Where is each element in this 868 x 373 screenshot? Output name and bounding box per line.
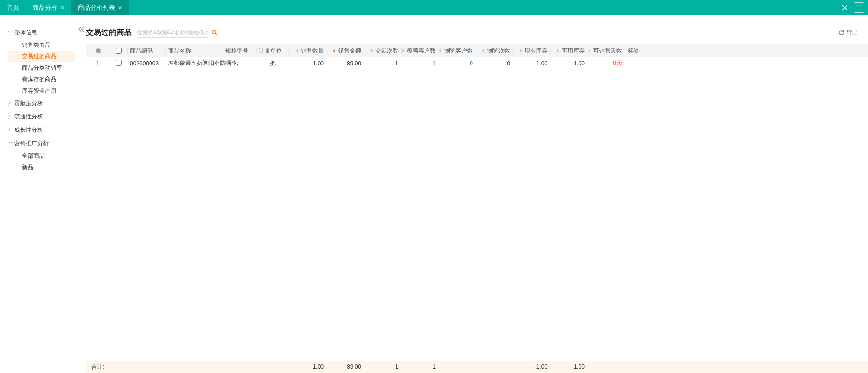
export-label: 导出 (847, 29, 858, 37)
sort-icon: ▲▼ (556, 49, 560, 53)
cell-tags (625, 57, 868, 70)
sort-icon: ▲▼ (401, 49, 405, 53)
col-sales-amount-label: 销售金额 (338, 47, 361, 55)
close-all-tabs-button[interactable] (839, 2, 850, 13)
tab-product-analysis-label: 商品分析 (32, 3, 57, 12)
col-spec[interactable]: 规格型号 (223, 44, 256, 57)
tab-product-analysis-list[interactable]: 商品分析列表 ✕ (71, 0, 129, 15)
search-icon (211, 29, 218, 36)
col-cover-customers-label: 覆盖客户数 (407, 47, 436, 55)
cell-browse-customers[interactable]: 0 (439, 57, 476, 70)
select-all-checkbox[interactable] (116, 48, 122, 54)
sidebar-item-label: 全部商品 (22, 152, 45, 160)
summary-sales-qty: 1.00 (289, 363, 327, 370)
col-cover-customers[interactable]: ▲▼覆盖客户数 (401, 44, 439, 57)
sidebar-item-label: 交易过的商品 (22, 53, 56, 61)
col-code[interactable]: 商品编码 (127, 44, 165, 57)
sidebar-item-stock-capital[interactable]: 库存资金占用 (8, 85, 75, 96)
tab-home[interactable]: 首页 (0, 0, 26, 15)
sidebar-item-in-stock-products[interactable]: 有库存的商品 (8, 74, 75, 85)
sidebar: ﹀ 整体信息 销售类商品 交易过的商品 商品分类动销率 有库存的商品 库存资金占… (5, 26, 76, 373)
chevron-right-icon: 〉 (8, 113, 12, 121)
col-sellable-days-label: 可销售天数 (593, 47, 622, 55)
col-sales-qty[interactable]: ▲▼销售数量 (289, 44, 327, 57)
col-tags-label: 标签 (628, 47, 639, 55)
row-checkbox[interactable] (116, 60, 122, 66)
content-header: 交易过的商品 导出 (86, 26, 868, 39)
col-stock-avail-label: 可用库存 (562, 47, 585, 55)
cell-stock-now: -1.00 (513, 57, 550, 70)
tab-product-analysis[interactable]: 商品分析 ✕ (26, 0, 71, 15)
cell-unit: 把 (256, 57, 289, 70)
sidebar-item-traded-products[interactable]: 交易过的商品 (8, 51, 75, 62)
sidebar-group-contribution[interactable]: 〉 贡献度分析 (8, 96, 76, 110)
sidebar-group-contribution-label: 贡献度分析 (14, 99, 43, 107)
close-icon[interactable]: ✕ (118, 5, 122, 11)
sidebar-group-marketing-label: 营销推广分析 (14, 139, 49, 148)
col-code-label: 商品编码 (130, 47, 153, 55)
search-button[interactable] (209, 29, 220, 36)
sort-icon: ▲▼ (332, 49, 336, 53)
table-header-row: 商品编码 商品名称 规格型号 计量单位 ▲▼销售数量 ▲▼销售金额 ▲▼交易次数… (86, 44, 868, 57)
col-gear[interactable] (86, 44, 110, 57)
summary-trade-count: 1 (364, 363, 401, 370)
summary-sales-amount: 89.00 (327, 363, 364, 370)
sidebar-item-label: 有库存的商品 (22, 75, 56, 84)
cell-cover-customers: 1 (401, 57, 439, 70)
close-icon[interactable]: ✕ (60, 5, 64, 11)
col-browse-customers-label: 浏览客户数 (444, 47, 473, 55)
svg-point-0 (212, 30, 216, 34)
summary-row: 合计: 1.00 89.00 1 1 -1.00 -1.00 (86, 361, 868, 373)
top-right-controls (839, 0, 868, 15)
col-spec-label: 规格型号 (225, 47, 248, 55)
gear-icon (95, 47, 101, 54)
sort-icon: ▲▼ (295, 49, 299, 53)
col-browse-count[interactable]: ▲▼浏览次数 (476, 44, 513, 57)
sidebar-collapse-handle[interactable] (76, 26, 86, 373)
sidebar-item-new-products[interactable]: 新品 (8, 161, 75, 173)
table-row[interactable]: 1 002600003 左都胶囊五折遮阳伞防晒伞; 把 1.00 89.00 1… (86, 57, 868, 70)
search-input[interactable] (137, 27, 208, 38)
col-stock-now-label: 现有库存 (525, 47, 547, 55)
col-trade-count[interactable]: ▲▼交易次数 (364, 44, 401, 57)
col-stock-now[interactable]: ▲▼现有库存 (513, 44, 550, 57)
sidebar-group-overall-label: 整体信息 (14, 29, 37, 37)
cell-sellable-days: 0天 (588, 57, 625, 70)
content-area: 交易过的商品 导出 (86, 26, 868, 373)
col-name[interactable]: 商品名称 (165, 44, 223, 57)
sidebar-item-all-products[interactable]: 全部商品 (8, 150, 75, 161)
col-sellable-days[interactable]: ▲▼可销售天数 (588, 44, 625, 57)
col-browse-customers[interactable]: ▲▼浏览客户数 (439, 44, 476, 57)
cell-sales-amount: 89.00 (327, 57, 364, 70)
sidebar-group-overall[interactable]: ﹀ 整体信息 (8, 26, 76, 39)
col-stock-avail[interactable]: ▲▼可用库存 (550, 44, 588, 57)
col-unit-label: 计量单位 (259, 47, 282, 55)
sort-icon: ▲▼ (482, 49, 485, 53)
cell-code: 002600003 (127, 57, 165, 70)
col-browse-count-label: 浏览次数 (487, 47, 510, 55)
sidebar-item-label: 新品 (22, 163, 33, 171)
sidebar-group-growth[interactable]: 〉 成长性分析 (8, 123, 76, 137)
chevron-right-icon: 〉 (8, 126, 12, 134)
col-unit[interactable]: 计量单位 (256, 44, 289, 57)
sidebar-group-circulation[interactable]: 〉 流通性分析 (8, 110, 76, 123)
col-sales-amount[interactable]: ▲▼销售金额 (327, 44, 364, 57)
col-checkbox[interactable] (110, 44, 127, 57)
tab-product-analysis-list-label: 商品分析列表 (78, 3, 115, 12)
sidebar-item-sales-products[interactable]: 销售类商品 (8, 39, 75, 51)
sidebar-group-circulation-label: 流通性分析 (14, 113, 43, 121)
fullscreen-button[interactable] (854, 2, 864, 13)
sidebar-group-marketing[interactable]: ﹀ 营销推广分析 (8, 137, 76, 150)
sidebar-item-label: 销售类商品 (22, 41, 51, 49)
export-button[interactable]: 导出 (838, 29, 858, 37)
summary-stock-avail: -1.00 (550, 363, 588, 370)
main-shell: ﹀ 整体信息 销售类商品 交易过的商品 商品分类动销率 有库存的商品 库存资金占… (5, 15, 868, 373)
chevron-down-icon: ﹀ (8, 29, 12, 37)
sidebar-item-category-sellthrough[interactable]: 商品分类动销率 (8, 62, 75, 74)
col-tags[interactable]: 标签 (625, 44, 868, 57)
close-icon (842, 5, 847, 11)
row-checkbox-cell (110, 57, 127, 70)
page-title: 交易过的商品 (86, 28, 132, 38)
table-wrap: 商品编码 商品名称 规格型号 计量单位 ▲▼销售数量 ▲▼销售金额 ▲▼交易次数… (86, 44, 868, 373)
col-sales-qty-label: 销售数量 (301, 47, 324, 55)
